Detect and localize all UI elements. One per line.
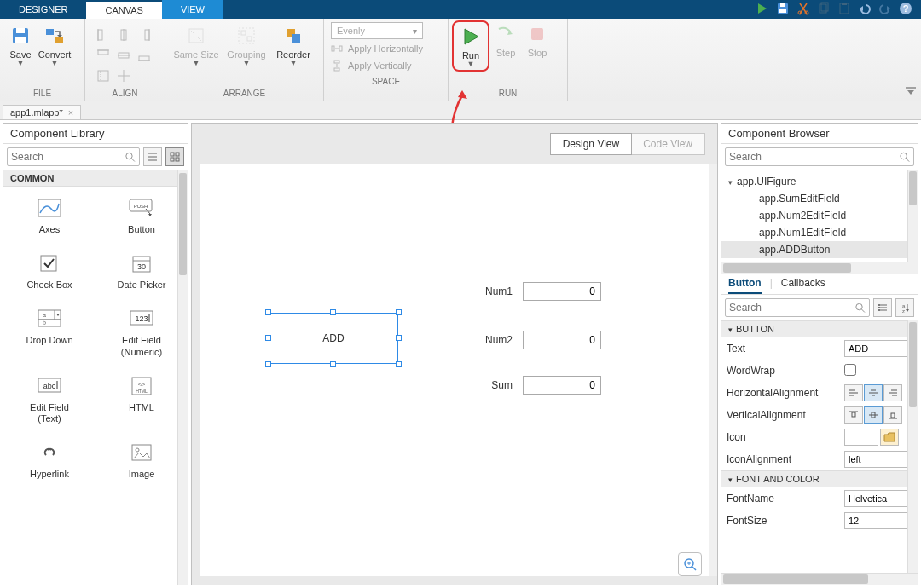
apply-horizontally-button[interactable]: Apply Horizontally [331, 41, 441, 56]
valign-top[interactable] [844, 406, 863, 424]
prop-wordwrap-checkbox[interactable] [844, 364, 856, 376]
section-font[interactable]: ▾FONT AND COLOR [721, 470, 918, 487]
tree-node-num2[interactable]: app.Num2EditField [721, 207, 918, 224]
browser-search[interactable] [725, 147, 914, 166]
prop-fontsize-input[interactable] [844, 512, 907, 529]
close-tab-icon[interactable]: × [68, 107, 73, 118]
apply-vertically-button[interactable]: Apply Vertically [331, 58, 441, 73]
icon-browse-button[interactable] [880, 429, 899, 446]
svg-rect-2 [780, 3, 785, 7]
inspector-scrollbar-h[interactable] [721, 573, 918, 585]
reorder-button[interactable]: Reorder▼ [271, 22, 316, 67]
search-icon [125, 151, 136, 163]
component-edit-text[interactable]: abcEdit Field (Text) [3, 365, 96, 431]
tree-node-num1[interactable]: app.Num1EditField [721, 224, 918, 241]
tree-scrollbar-h[interactable] [721, 262, 918, 274]
align-buttons[interactable] [94, 22, 154, 85]
paste-icon[interactable] [837, 2, 851, 18]
run-button[interactable]: Run▼ [456, 23, 485, 68]
toolstrip: Save▼ Convert▼ FILE [0, 19, 921, 101]
component-tree: ▾app.UIFigure app.SumEditField app.Num2E… [721, 170, 918, 262]
step-button[interactable]: Step [489, 20, 522, 59]
copy-icon[interactable] [817, 2, 831, 18]
help-icon[interactable]: ? [899, 2, 912, 18]
inspector-sort-toggle[interactable]: az [895, 298, 914, 317]
prop-fontname-input[interactable] [844, 490, 907, 507]
svg-text:?: ? [903, 3, 909, 14]
valign-middle[interactable] [864, 406, 883, 424]
zoom-button[interactable] [678, 552, 702, 576]
inspector-scrollbar[interactable] [907, 320, 918, 573]
undo-icon[interactable] [858, 2, 872, 18]
num2-field-row: Num2 [470, 331, 601, 349]
component-browser-panel: Component Browser ▾app.UIFigure app.SumE… [721, 123, 918, 585]
inspector-tab-button[interactable]: Button [728, 277, 762, 294]
halign-center[interactable] [864, 384, 883, 401]
prop-iconalign-input[interactable] [844, 451, 907, 468]
component-hyperlink[interactable]: Hyperlink [3, 431, 96, 487]
component-datepicker[interactable]: 30Date Picker [96, 242, 188, 297]
inspector-tab-callbacks[interactable]: Callbacks [781, 277, 825, 294]
redo-icon[interactable] [878, 2, 892, 18]
inspector-search[interactable] [725, 298, 870, 317]
grid-view-toggle[interactable] [165, 147, 184, 166]
svg-text:z: z [902, 308, 905, 313]
code-view-tab[interactable]: Code View [631, 134, 704, 154]
run-icon[interactable] [756, 2, 769, 18]
component-html[interactable]: </>HTMLHTML [96, 365, 188, 431]
halign-left[interactable] [844, 384, 863, 401]
tree-scrollbar-v[interactable] [907, 170, 918, 265]
grouping-button[interactable]: Grouping▼ [222, 22, 271, 67]
component-edit-numeric[interactable]: 123Edit Field (Numeric) [96, 297, 188, 364]
inspector-view-toggle[interactable] [873, 298, 892, 317]
add-button-component[interactable]: ADD [269, 313, 398, 364]
save-button[interactable]: Save▼ [5, 22, 36, 67]
tab-canvas[interactable]: CANVAS [86, 0, 161, 19]
stop-button[interactable]: Stop [522, 20, 553, 59]
halign-right[interactable] [883, 384, 902, 401]
component-dropdown[interactable]: abDrop Down [3, 297, 96, 364]
icon-preview[interactable] [844, 429, 878, 446]
tab-designer[interactable]: DESIGNER [0, 0, 86, 19]
prop-valign: VerticalAlignment [721, 404, 918, 426]
component-image[interactable]: Image [96, 431, 188, 487]
main-tab-strip: DESIGNER CANVAS VIEW ? [0, 0, 921, 19]
space-dropdown[interactable]: Evenly [331, 22, 423, 39]
align-group-label: ALIGN [85, 89, 165, 101]
svg-rect-17 [46, 29, 54, 35]
tab-view[interactable]: VIEW [162, 0, 223, 19]
design-view-tab[interactable]: Design View [550, 133, 632, 155]
convert-button[interactable]: Convert▼ [36, 22, 73, 67]
cut-icon[interactable] [796, 2, 810, 18]
list-view-toggle[interactable] [143, 147, 162, 166]
num2-input[interactable] [523, 331, 601, 349]
svg-text:b: b [43, 320, 46, 326]
tree-node-sum[interactable]: app.SumEditField [721, 190, 918, 207]
prop-text-input[interactable] [844, 340, 907, 357]
section-button[interactable]: ▾BUTTON [721, 320, 918, 337]
svg-text:HTML: HTML [136, 389, 148, 394]
save-icon[interactable] [776, 2, 790, 18]
num2-label: Num2 [470, 334, 513, 346]
num1-label: Num1 [470, 285, 513, 297]
svg-rect-59 [171, 153, 174, 156]
component-checkbox[interactable]: Check Box [3, 242, 96, 297]
space-group-label: SPACE [324, 77, 448, 89]
component-axes[interactable]: Axes [3, 187, 96, 242]
file-tab[interactable]: app1.mlapp*× [3, 105, 81, 119]
design-canvas[interactable]: ADD Num1 Num2 Sum [200, 164, 709, 576]
collapse-toolstrip-icon[interactable] [901, 19, 921, 101]
tree-node-uifigure[interactable]: ▾app.UIFigure [721, 173, 918, 190]
canvas-scrollbar-v[interactable] [709, 164, 717, 576]
svg-text:PUSH: PUSH [134, 204, 148, 209]
same-size-button[interactable]: Same Size▼ [171, 22, 222, 67]
valign-bottom[interactable] [883, 406, 902, 424]
complib-search[interactable] [7, 147, 140, 166]
num1-input[interactable] [523, 282, 601, 301]
svg-rect-16 [15, 37, 26, 43]
svg-marker-105 [906, 309, 909, 312]
complib-scrollbar[interactable] [177, 170, 188, 585]
component-button[interactable]: PUSHButton [96, 187, 188, 242]
tree-node-addbutton[interactable]: app.ADDButton [721, 241, 918, 258]
sum-input[interactable] [523, 376, 601, 395]
